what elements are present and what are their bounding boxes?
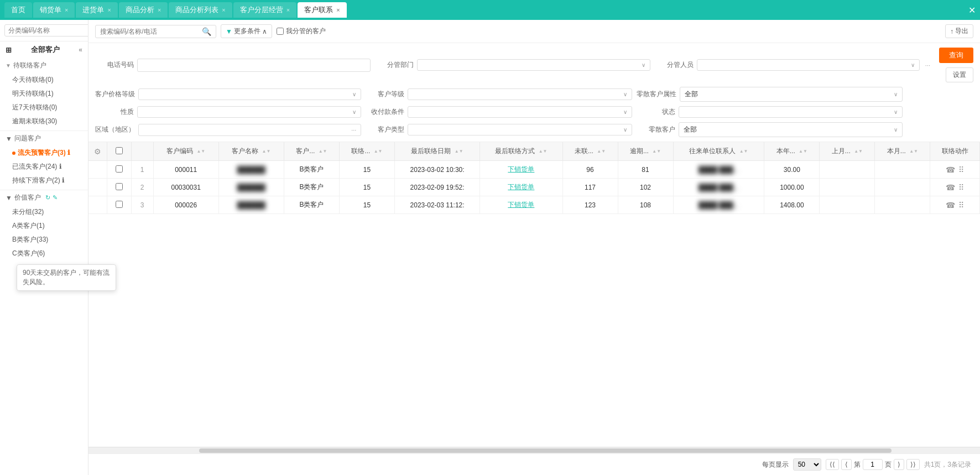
sidebar-item-class-b[interactable]: B类客户(33)	[0, 233, 88, 247]
filter-nature-select[interactable]: ∨	[137, 106, 361, 118]
sidebar-item-tomorrow[interactable]: 明天待联络(1)	[0, 87, 88, 101]
td-way-0[interactable]: 下销货单	[480, 161, 562, 179]
td-way-2[interactable]: 下销货单	[480, 196, 562, 214]
tab-analysis[interactable]: 商品分析 ×	[119, 2, 168, 18]
tab-customer-contact-close[interactable]: ×	[336, 7, 340, 13]
th-code[interactable]: 客户编码 ▲▼	[153, 142, 218, 161]
per-page-select[interactable]: 50 100	[793, 458, 821, 471]
my-customers-checkbox-label[interactable]: 我分管的客户	[277, 27, 326, 36]
query-button[interactable]: 查询	[939, 48, 973, 63]
sidebar-collapse-icon[interactable]: «	[79, 46, 82, 54]
horizontal-scroll-thumb[interactable]	[199, 448, 892, 453]
th-overdue[interactable]: 逾期... ▲▼	[618, 142, 673, 161]
problem-customers-title[interactable]: ▼ 问题客户	[0, 131, 88, 146]
contact-icon-0[interactable]: ☎	[946, 165, 955, 174]
sidebar-item-today[interactable]: 今天待联络(0)	[0, 73, 88, 87]
gear-icon[interactable]: ⚙	[94, 147, 101, 156]
tab-analysis-list[interactable]: 商品分析列表 ×	[169, 2, 232, 18]
first-page-button[interactable]: ⟨⟨	[826, 459, 839, 470]
filter-cust-grade-select[interactable]: ∨	[408, 88, 632, 100]
prev-page-button[interactable]: ⟨	[841, 459, 852, 470]
sidebar-item-class-a[interactable]: A类客户(1)	[0, 219, 88, 233]
more-action-icon-0[interactable]: ⠿	[958, 165, 964, 174]
close-all-button[interactable]: ✕	[968, 5, 976, 15]
tab-home[interactable]: 首页	[4, 2, 32, 18]
row-checkbox-0[interactable]	[116, 165, 123, 173]
td-checkbox-1[interactable]	[107, 179, 131, 196]
filter-region: 区域（地区） ···	[95, 124, 361, 136]
filter-phone-input[interactable]	[137, 59, 371, 72]
td-this-month-1	[875, 179, 930, 196]
tab-analysis-list-close[interactable]: ×	[222, 7, 225, 13]
horizontal-scroll-track[interactable]	[88, 447, 980, 453]
value-customers-title[interactable]: ▼ 价值客户 ↻ ✎	[0, 190, 88, 205]
th-this-month[interactable]: 本月... ▲▼	[875, 142, 930, 161]
tab-sale-label: 销货单	[40, 5, 61, 15]
my-customers-checkbox[interactable]	[277, 28, 284, 35]
sidebar-item-class-c[interactable]: C类客户(6)	[0, 247, 88, 260]
filter-price-grade-select[interactable]: ∨	[138, 88, 361, 100]
sidebar-item-churned[interactable]: 已流失客户(24) ℹ	[0, 160, 88, 174]
refresh-icon[interactable]: ↻	[45, 194, 50, 201]
next-page-button[interactable]: ⟩	[894, 459, 904, 470]
sidebar-search-input[interactable]	[4, 24, 88, 36]
th-name[interactable]: 客户名称 ▲▼	[218, 142, 284, 161]
sidebar-item-churn-warning[interactable]: 流失预警客户(3) ℹ	[0, 146, 88, 160]
last-way-link-1[interactable]: 下销货单	[508, 183, 534, 191]
edit-icon[interactable]: ✎	[53, 194, 58, 201]
sidebar-item-week[interactable]: 近7天待联络(0)	[0, 101, 88, 114]
filter-dept-select[interactable]: ∨	[417, 59, 650, 71]
last-way-link-0[interactable]: 下销货单	[508, 165, 534, 173]
export-button[interactable]: ↑ 导出	[945, 24, 973, 38]
th-last-contact-way[interactable]: 最后联络方式 ▲▼	[480, 142, 562, 161]
more-action-icon-2[interactable]: ⠿	[958, 201, 964, 210]
td-way-1[interactable]: 下销货单	[480, 179, 562, 196]
main-search-input[interactable]	[100, 28, 200, 35]
filter-payment-select[interactable]: ∨	[408, 106, 632, 118]
filter-status-select[interactable]: ∨	[679, 106, 903, 118]
filter-region-select[interactable]: ···	[138, 124, 361, 136]
tab-customer-tier-close[interactable]: ×	[286, 7, 290, 13]
sidebar-item-overdue[interactable]: 逾期未联络(30)	[0, 114, 88, 128]
more-action-icon-1[interactable]: ⠿	[958, 183, 964, 192]
setting-button[interactable]: 设置	[946, 67, 973, 82]
select-all-checkbox[interactable]	[116, 147, 123, 154]
filter-person-more[interactable]: ···	[925, 62, 930, 69]
tab-purchase[interactable]: 进货单 ×	[76, 2, 117, 18]
td-checkbox-2[interactable]	[107, 196, 131, 214]
th-contact[interactable]: 联络... ▲▼	[339, 142, 394, 161]
row-checkbox-2[interactable]	[116, 201, 123, 208]
th-last-contact-date[interactable]: 最后联络日期 ▲▼	[394, 142, 479, 161]
row-checkbox-1[interactable]	[116, 183, 123, 190]
tab-sale[interactable]: 销货单 ×	[33, 2, 75, 18]
td-checkbox-0[interactable]	[107, 161, 131, 179]
tab-analysis-close[interactable]: ×	[158, 7, 161, 13]
filter-zero-cust-select[interactable]: 全部 ∨	[679, 122, 903, 137]
tab-customer-contact[interactable]: 客户联系 ×	[298, 2, 346, 18]
last-way-link-2[interactable]: 下销货单	[508, 201, 534, 208]
last-page-button[interactable]: ⟩⟩	[906, 459, 920, 470]
th-type[interactable]: 客户... ▲▼	[284, 142, 339, 161]
filter-person-select[interactable]: ∨	[697, 59, 920, 71]
th-last-month[interactable]: 上月... ▲▼	[820, 142, 875, 161]
sidebar-item-declining[interactable]: 持续下滑客户(2) ℹ	[0, 174, 88, 187]
filter-zero-attr-select[interactable]: 全部 ∨	[680, 87, 903, 102]
main-search-icon[interactable]: 🔍	[202, 27, 211, 36]
th-gear[interactable]: ⚙	[88, 142, 107, 161]
contact-icon-2[interactable]: ☎	[946, 201, 955, 210]
tab-purchase-close[interactable]: ×	[107, 7, 111, 13]
all-customers-header[interactable]: ⊞ 全部客户 «	[0, 41, 88, 58]
pending-contact-title[interactable]: ▼ 待联络客户	[0, 58, 88, 73]
th-company-contact[interactable]: 往来单位联系人 ▲▼	[673, 142, 764, 161]
tab-sale-close[interactable]: ×	[65, 7, 68, 13]
th-no-contact[interactable]: 未联... ▲▼	[562, 142, 618, 161]
sidebar-item-ungrouped[interactable]: 未分组(32)	[0, 205, 88, 219]
th-this-year[interactable]: 本年... ▲▼	[764, 142, 820, 161]
filter-cust-type-select[interactable]: ∨	[408, 124, 632, 135]
filter-region-more[interactable]: ···	[351, 127, 356, 133]
contact-icon-1[interactable]: ☎	[946, 183, 955, 192]
tab-customer-tier[interactable]: 客户分层经营 ×	[233, 2, 296, 18]
more-filter-button[interactable]: ▼ 更多条件 ∧	[221, 24, 272, 38]
th-checkbox[interactable]	[107, 142, 131, 161]
page-input[interactable]	[863, 459, 883, 470]
